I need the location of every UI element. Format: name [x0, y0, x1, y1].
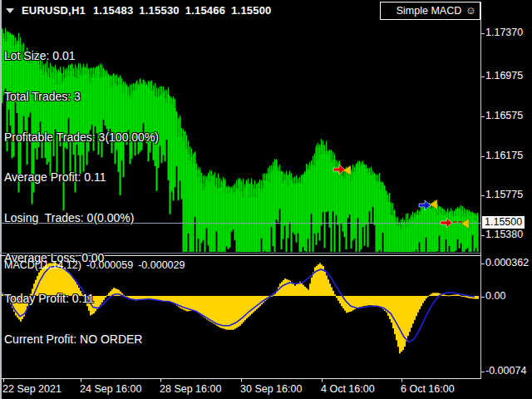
macd-panel-area[interactable]: [2, 256, 480, 378]
chart-window: EURUSD,H1 1.15483 1.15530 1.15466 1.1550…: [0, 0, 532, 399]
main-chart-area[interactable]: [2, 2, 480, 252]
time-axis[interactable]: [2, 380, 480, 399]
price-axis[interactable]: [480, 2, 532, 378]
